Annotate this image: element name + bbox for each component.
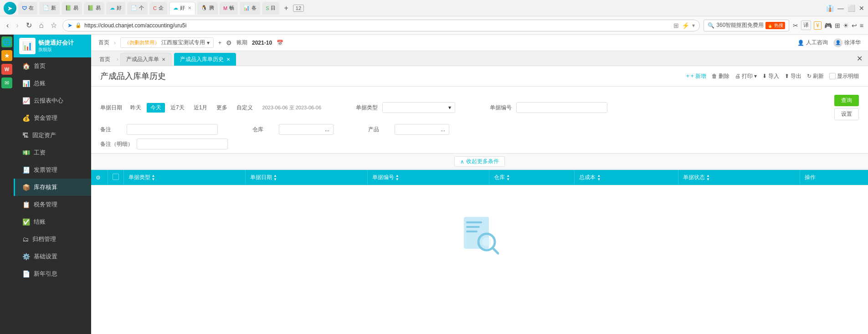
minimize-btn[interactable]: — xyxy=(837,5,844,12)
undo-icon[interactable]: ↩ xyxy=(852,22,857,29)
sidebar-item-reports[interactable]: 📈 云报表中心 xyxy=(14,92,91,109)
sidebar-item-home[interactable]: 🏠 首页 xyxy=(14,57,91,75)
forward-btn[interactable]: › xyxy=(14,21,20,31)
sidebar-item-wages[interactable]: 💵 工资 xyxy=(14,144,91,161)
tab-9[interactable]: 🐧 腾 xyxy=(197,2,218,15)
warehouse-dropdown[interactable]: ... xyxy=(279,124,334,135)
th-number[interactable]: 单据编号 ▲▼ xyxy=(367,170,489,185)
sidebar-item-checkout[interactable]: ✅ 结账 xyxy=(14,213,91,231)
tab-count-badge[interactable]: 12 xyxy=(293,5,304,12)
note-input[interactable] xyxy=(127,124,218,135)
grid2-icon[interactable]: ⊞ xyxy=(835,22,840,29)
date-tab-yesterday[interactable]: 昨天 xyxy=(127,103,145,113)
close-btn[interactable]: ✕ xyxy=(859,5,864,12)
refresh-btn[interactable]: ↻ xyxy=(24,20,34,31)
sidebar-item-tax[interactable]: 📋 税务管理 xyxy=(14,196,91,213)
more-icon[interactable]: ≡ xyxy=(860,22,863,29)
grid-icon[interactable]: ⊞ xyxy=(673,22,679,29)
display-checkbox[interactable] xyxy=(829,73,836,79)
tab-6[interactable]: 📄 个 xyxy=(127,2,148,15)
filter-settings-btn[interactable]: 设置 xyxy=(834,108,859,120)
th-cost[interactable]: 总成本 ▲▼ xyxy=(575,170,678,185)
sidebar-item-funds[interactable]: 💰 资金管理 xyxy=(14,109,91,127)
th-warehouse[interactable]: 仓库 ▲▼ xyxy=(489,170,575,185)
product-dropdown[interactable]: ... xyxy=(395,124,449,135)
note-detail-input[interactable] xyxy=(137,139,228,149)
service-btn[interactable]: 👤 人工咨询 xyxy=(797,39,828,46)
home-btn[interactable]: ⌂ xyxy=(37,21,46,31)
tab-2[interactable]: 📄 新 xyxy=(39,2,60,15)
new-tab-btn[interactable]: + xyxy=(281,4,291,12)
address-bar[interactable]: ➤ 🔒 https://cloud.chanjet.com/accounting… xyxy=(62,20,700,31)
app-icon-weibo[interactable]: W xyxy=(1,64,12,75)
date-tab-7days[interactable]: 近7天 xyxy=(167,103,188,113)
back-btn[interactable]: ‹ xyxy=(5,21,10,31)
scissors-icon[interactable]: ✂ xyxy=(793,22,798,29)
app-icon-mail[interactable]: ✉ xyxy=(1,77,12,88)
new-btn[interactable]: + + 新增 xyxy=(686,72,706,80)
checkbox-all[interactable] xyxy=(113,174,119,180)
tab-11[interactable]: 📊 各 xyxy=(240,2,260,15)
user-btn[interactable]: 👤 徐泽华 xyxy=(833,38,861,47)
tab-list-close[interactable]: ✕ xyxy=(162,57,165,62)
tab-10[interactable]: M 畅 xyxy=(220,2,238,15)
import-btn[interactable]: ⬇ 导入 xyxy=(762,72,779,80)
collapse-btn[interactable]: ∧ 收起更多条件 xyxy=(454,156,505,167)
number-input[interactable] xyxy=(516,102,607,113)
sidebar-item-archive[interactable]: 🗂 归档管理 xyxy=(14,231,91,248)
refresh-action-btn[interactable]: ↻ 刷新 xyxy=(807,72,824,80)
tab-home[interactable]: 首页 xyxy=(95,54,115,65)
tab-7[interactable]: C 企 xyxy=(149,2,167,15)
settings-gear-icon[interactable]: ⚙ xyxy=(226,39,232,46)
tab-3[interactable]: 📗 易 xyxy=(62,2,82,15)
th-status[interactable]: 单据状态 ▲▼ xyxy=(678,170,800,185)
export-btn[interactable]: ⬆ 导出 xyxy=(785,72,801,80)
tab-8-active[interactable]: ☁ 好 ✕ xyxy=(169,2,195,15)
sidebar-item-inventory[interactable]: 📦 库存核算 xyxy=(14,179,91,196)
display-detail-cb[interactable]: 显示明细 xyxy=(829,72,859,80)
print-btn[interactable]: 🖨 打印 ▾ xyxy=(735,72,757,80)
th-date[interactable]: 单据日期 ▲▼ xyxy=(246,170,368,185)
tab-1[interactable]: 🛡 在 xyxy=(18,2,37,15)
restore-btn[interactable]: ⬜ xyxy=(847,5,855,12)
breadcrumb-home[interactable]: 首页 xyxy=(98,39,109,46)
gamepad-icon[interactable]: 🎮 xyxy=(824,22,832,29)
date-tab-more[interactable]: 更多 xyxy=(213,103,231,113)
dropdown-arrow-icon[interactable]: ▾ xyxy=(692,22,695,29)
currency-icon[interactable]: ¥ xyxy=(814,21,822,30)
brightness-icon[interactable]: ☀ xyxy=(843,22,849,29)
shirt-icon[interactable]: 👔 xyxy=(826,5,834,12)
sidebar-item-ledger[interactable]: 📊 总账 xyxy=(14,75,91,92)
search-box[interactable]: 🔍 360智能抠图免费用 🔥 热搜 xyxy=(704,20,789,31)
date-tab-today[interactable]: 今天 xyxy=(147,103,165,113)
close-page-btn[interactable]: ✕ xyxy=(851,52,868,65)
page-tab-history[interactable]: 产成品入库单历史 ✕ xyxy=(174,53,236,66)
company-selector[interactable]: （勿删勿禁用） 江西服宝测试专用 ▾ xyxy=(120,37,214,48)
type-dropdown[interactable]: ▾ xyxy=(382,102,455,113)
th-type[interactable]: 单据类型 ▲▼ xyxy=(123,170,246,185)
calendar-icon[interactable]: 📅 xyxy=(277,40,283,46)
print-dropdown[interactable]: ▾ xyxy=(754,73,757,79)
th-gear[interactable]: ⚙ xyxy=(91,170,108,185)
browser-nav-icon[interactable]: ➤ xyxy=(4,2,16,15)
th-checkbox[interactable] xyxy=(108,170,123,185)
lightning-icon[interactable]: ⚡ xyxy=(682,22,689,29)
tab-history-close[interactable]: ✕ xyxy=(226,57,230,62)
page-tab-list[interactable]: 产成品入库单 ✕ xyxy=(120,53,171,66)
tab-12[interactable]: S 目 xyxy=(262,2,279,15)
bookmark-btn[interactable]: ☆ xyxy=(49,20,59,31)
tab-5[interactable]: ☁ 好 xyxy=(106,2,125,15)
sidebar-item-settings[interactable]: ⚙️ 基础设置 xyxy=(14,248,91,265)
translate-icon[interactable]: 译 xyxy=(801,21,811,30)
app-icon-browser[interactable]: 🌐 xyxy=(1,36,12,47)
tab-4[interactable]: 📗 易 xyxy=(84,2,104,15)
app-icon-star[interactable]: ★ xyxy=(1,50,12,61)
sidebar-item-invoice[interactable]: 🧾 发票管理 xyxy=(14,161,91,179)
date-tab-1month[interactable]: 近1月 xyxy=(190,103,211,113)
add-company-btn[interactable]: + xyxy=(218,40,221,46)
tab-8-close[interactable]: ✕ xyxy=(188,5,191,10)
sidebar-item-new[interactable]: 📄 新年引息 xyxy=(14,265,91,283)
query-btn[interactable]: 查询 xyxy=(834,95,859,106)
date-tab-custom[interactable]: 自定义 xyxy=(233,103,257,113)
delete-btn[interactable]: 🗑 删除 xyxy=(712,72,729,80)
